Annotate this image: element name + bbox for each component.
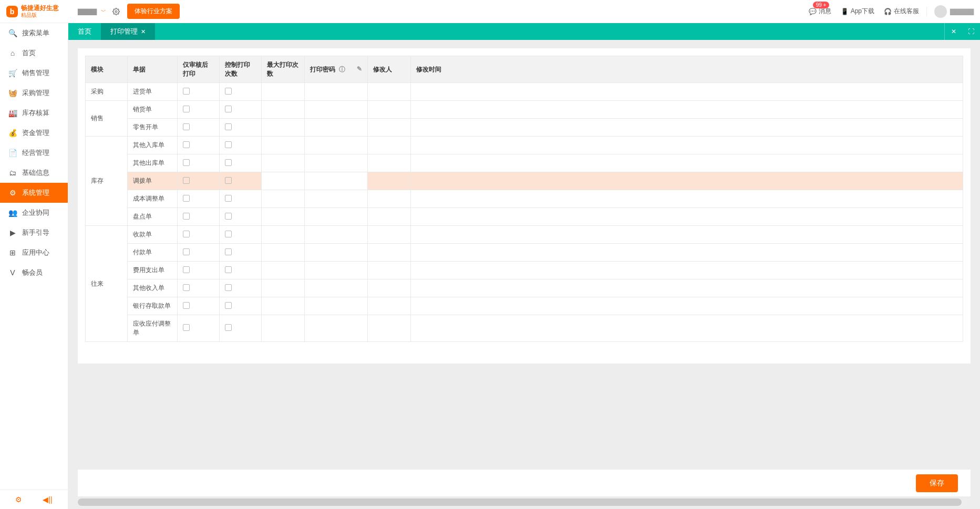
checkbox-limit[interactable] [225,213,232,220]
checkbox-audit[interactable] [183,284,190,291]
cell-max-count[interactable] [262,172,305,190]
checkbox-audit[interactable] [183,159,190,166]
messages-button[interactable]: 💬 消息 99 + [809,7,831,16]
cell-audit-only [178,101,220,119]
sidebar-item-coop[interactable]: 👥企业协同 [0,203,68,223]
settings-icon[interactable] [112,7,120,15]
checkbox-limit[interactable] [225,141,232,148]
checkbox-limit[interactable] [225,231,232,237]
cell-limit-count [220,83,262,101]
table-header-row: 模块 单据 仅审核后打印 控制打印次数 最大打印次数 打印密码 ⓘ ✎ [86,56,963,83]
sidebar-collapse-icon[interactable]: ◀|| [43,495,52,504]
scrollbar-thumb[interactable] [78,498,962,506]
sidebar-item-search[interactable]: 🔍搜索菜单 [0,23,68,43]
checkbox-audit[interactable] [183,324,190,331]
cell-modified-at [411,262,963,279]
sidebar-item-guide[interactable]: ▶新手引导 [0,223,68,243]
cell-password [305,154,368,172]
cell-modified-at [411,119,963,137]
checkbox-audit[interactable] [183,123,190,130]
cell-modified-at [411,137,963,154]
close-icon[interactable]: ✕ [141,28,146,35]
checkbox-audit[interactable] [183,177,190,184]
checkbox-limit[interactable] [225,123,232,130]
company-selector[interactable]: ▇▇▇▇ ﹀ [78,8,106,15]
checkbox-limit[interactable] [225,159,232,166]
sidebar-item-stock[interactable]: 🏭库存核算 [0,103,68,123]
checkbox-audit[interactable] [183,213,190,220]
sidebar-item-base[interactable]: 🗂基础信息 [0,163,68,183]
messages-badge: 99 + [813,2,830,8]
help-icon[interactable]: ⓘ [339,66,345,73]
cell-modifier [368,83,411,101]
cell-bill: 零售开单 [128,119,178,137]
company-name: ▇▇▇▇ [78,8,97,15]
purchase-icon: 🧺 [8,89,17,97]
brand-logo: b 畅捷通好生意 精品版 [6,5,69,17]
sidebar-item-appcenter[interactable]: ⊞应用中心 [0,243,68,263]
industry-plan-button[interactable]: 体验行业方案 [127,4,180,19]
th-password: 打印密码 ⓘ ✎ [305,56,368,83]
cell-limit-count [220,262,262,279]
app-download-button[interactable]: 📱 App下载 [841,7,874,16]
cell-audit-only [178,83,220,101]
sidebar-item-biz[interactable]: 📄经营管理 [0,143,68,163]
checkbox-limit[interactable] [225,324,232,331]
footer-bar: 保存 [78,469,971,496]
sidebar-settings-icon[interactable]: ⚙ [15,495,22,504]
checkbox-audit[interactable] [183,248,190,255]
checkbox-limit[interactable] [225,106,232,112]
cell-bill: 其他出库单 [128,154,178,172]
online-service-button[interactable]: 🎧 在线客服 [884,7,919,16]
cell-module: 库存 [86,137,128,226]
checkbox-limit[interactable] [225,248,232,255]
finance-icon: 💰 [8,129,17,137]
sidebar-item-system[interactable]: ⚙系统管理 [0,183,68,203]
fullscreen-icon[interactable]: ⛶ [962,23,980,40]
tab-close-all-icon[interactable]: ✕ [944,23,962,40]
cell-limit-count [220,119,262,137]
stock-icon: 🏭 [8,109,17,117]
checkbox-limit[interactable] [225,88,232,95]
checkbox-limit[interactable] [225,266,232,273]
edit-column-icon[interactable]: ✎ [357,65,362,72]
sidebar-item-home[interactable]: ⌂首页 [0,43,68,63]
cell-bill: 销货单 [128,101,178,119]
checkbox-audit[interactable] [183,266,190,273]
cell-password[interactable] [305,172,368,190]
cell-max-count [262,226,305,244]
cell-limit-count [220,244,262,262]
save-button[interactable]: 保存 [916,474,958,492]
checkbox-audit[interactable] [183,231,190,237]
cell-password [305,137,368,154]
sidebar-item-sales[interactable]: 🛒销售管理 [0,63,68,83]
cell-bill: 应收应付调整单 [128,315,178,342]
sidebar-item-purchase[interactable]: 🧺采购管理 [0,83,68,103]
cell-modified-at [411,244,963,262]
checkbox-audit[interactable] [183,195,190,202]
cell-modifier [368,101,411,119]
sidebar-item-member[interactable]: V畅会员 [0,263,68,283]
checkbox-limit[interactable] [225,284,232,291]
sidebar-item-label: 应用中心 [22,248,49,257]
checkbox-limit[interactable] [225,195,232,202]
checkbox-audit[interactable] [183,302,190,309]
cell-module: 往来 [86,226,128,342]
horizontal-scrollbar[interactable] [78,498,971,506]
checkbox-audit[interactable] [183,88,190,95]
checkbox-audit[interactable] [183,141,190,148]
cell-bill: 银行存取款单 [128,297,178,315]
cell-modifier [368,137,411,154]
tab-print-manage[interactable]: 打印管理 ✕ [101,23,155,40]
chevron-down-icon: ﹀ [101,8,106,15]
tabs-bar: 首页 打印管理 ✕ ✕ ⛶ [68,23,980,40]
checkbox-audit[interactable] [183,106,190,112]
checkbox-limit[interactable] [225,302,232,309]
sidebar-item-finance[interactable]: 💰资金管理 [0,123,68,143]
checkbox-limit[interactable] [225,177,232,184]
user-avatar[interactable] [934,5,947,18]
cell-audit-only [178,279,220,297]
svg-point-0 [115,11,117,13]
tab-home[interactable]: 首页 [68,23,101,40]
sidebar-item-label: 销售管理 [22,68,49,78]
